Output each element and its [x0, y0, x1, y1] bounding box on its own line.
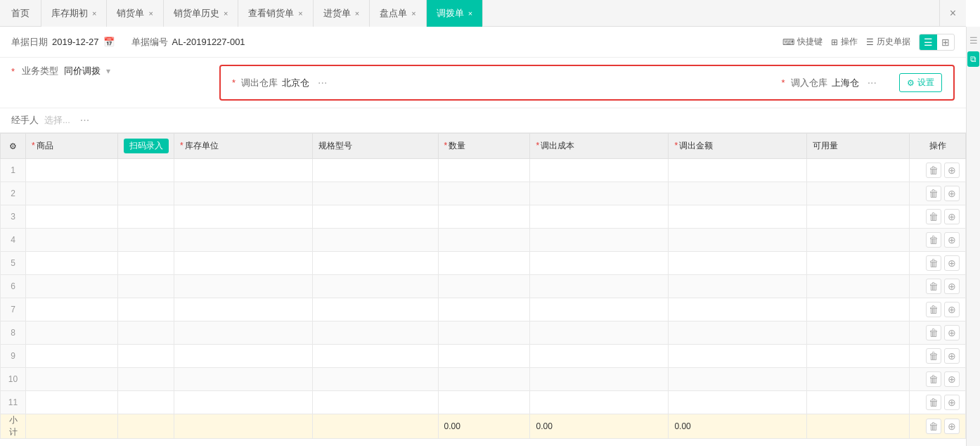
- cell-available[interactable]: [807, 368, 910, 391]
- sidebar-list-icon[interactable]: ☰: [969, 35, 978, 46]
- tab-home[interactable]: 首页: [0, 0, 41, 27]
- copy-row-button[interactable]: ⊕: [944, 325, 960, 340]
- cell-product[interactable]: [26, 229, 118, 252]
- to-warehouse-value[interactable]: 上海仓: [832, 77, 859, 89]
- cell-spec[interactable]: [312, 368, 438, 391]
- cell-available[interactable]: [807, 252, 910, 275]
- from-warehouse-more-icon[interactable]: ···: [318, 77, 327, 89]
- cell-product[interactable]: [26, 321, 118, 345]
- cell-product[interactable]: [26, 182, 118, 205]
- cell-unit[interactable]: [174, 345, 312, 368]
- tab-stocktake[interactable]: 盘点单 ×: [370, 0, 426, 27]
- delete-row-button[interactable]: 🗑: [926, 163, 941, 178]
- business-type-dropdown-icon[interactable]: ▾: [106, 66, 110, 76]
- settings-button[interactable]: ⚙ 设置: [899, 73, 942, 92]
- list-view-button[interactable]: ☰: [920, 34, 937, 50]
- cell-available[interactable]: [807, 321, 910, 345]
- cell-amount[interactable]: [669, 275, 807, 298]
- cell-spec[interactable]: [312, 345, 438, 368]
- cell-amount[interactable]: [669, 298, 807, 321]
- cell-unit[interactable]: [174, 182, 312, 205]
- cell-product[interactable]: [26, 391, 118, 414]
- copy-row-button[interactable]: ⊕: [944, 163, 960, 178]
- cell-spec[interactable]: [312, 159, 438, 182]
- subtotal-copy-button[interactable]: ⊕: [944, 419, 960, 434]
- copy-row-button[interactable]: ⊕: [944, 371, 960, 387]
- cell-product[interactable]: [26, 205, 118, 229]
- history-action[interactable]: ☰ 历史单据: [866, 36, 910, 48]
- cell-product[interactable]: [26, 345, 118, 368]
- shortcut-action[interactable]: ⌨ 快捷键: [782, 36, 823, 48]
- delete-row-button[interactable]: 🗑: [926, 232, 941, 248]
- tab-sales-order-close[interactable]: ×: [148, 9, 153, 18]
- cell-quantity[interactable]: [438, 345, 530, 368]
- tab-transfer-close[interactable]: ×: [468, 9, 472, 18]
- cell-spec[interactable]: [312, 229, 438, 252]
- cell-spec[interactable]: [312, 391, 438, 414]
- cell-available[interactable]: [807, 391, 910, 414]
- delete-row-button[interactable]: 🗑: [926, 325, 941, 340]
- cell-spec[interactable]: [312, 252, 438, 275]
- delete-row-button[interactable]: 🗑: [926, 348, 941, 364]
- copy-row-button[interactable]: ⊕: [944, 209, 960, 224]
- cell-available[interactable]: [807, 159, 910, 182]
- tab-view-sales-close[interactable]: ×: [298, 9, 302, 18]
- cell-quantity[interactable]: [438, 252, 530, 275]
- copy-row-button[interactable]: ⊕: [944, 279, 960, 294]
- cell-amount[interactable]: [669, 229, 807, 252]
- copy-row-button[interactable]: ⊕: [944, 232, 960, 248]
- delete-row-button[interactable]: 🗑: [926, 209, 941, 224]
- cell-available[interactable]: [807, 345, 910, 368]
- tab-transfer[interactable]: 调拨单 ×: [427, 0, 483, 27]
- cell-product[interactable]: [26, 275, 118, 298]
- cell-unit[interactable]: [174, 321, 312, 345]
- delete-row-button[interactable]: 🗑: [926, 371, 941, 387]
- cell-unit[interactable]: [174, 275, 312, 298]
- th-gear[interactable]: ⚙: [1, 134, 26, 159]
- cell-unit[interactable]: [174, 252, 312, 275]
- cell-quantity[interactable]: [438, 229, 530, 252]
- cell-amount[interactable]: [669, 321, 807, 345]
- copy-row-button[interactable]: ⊕: [944, 348, 960, 364]
- cell-unit[interactable]: [174, 298, 312, 321]
- tab-sales-history[interactable]: 销货单历史 ×: [164, 0, 238, 27]
- cell-available[interactable]: [807, 298, 910, 321]
- cell-available[interactable]: [807, 182, 910, 205]
- operator-more-icon[interactable]: ···: [80, 114, 89, 127]
- from-warehouse-value[interactable]: 北京仓: [282, 77, 309, 89]
- cell-unit[interactable]: [174, 205, 312, 229]
- cell-amount[interactable]: [669, 182, 807, 205]
- tab-inventory-init-close[interactable]: ×: [92, 9, 96, 18]
- delete-row-button[interactable]: 🗑: [926, 395, 941, 410]
- cell-product[interactable]: [26, 368, 118, 391]
- cell-available[interactable]: [807, 205, 910, 229]
- copy-row-button[interactable]: ⊕: [944, 255, 960, 271]
- copy-row-button[interactable]: ⊕: [944, 186, 960, 201]
- cell-cost[interactable]: [530, 391, 669, 414]
- cell-cost[interactable]: [530, 205, 669, 229]
- tab-purchase-order-close[interactable]: ×: [355, 9, 359, 18]
- cell-spec[interactable]: [312, 205, 438, 229]
- cell-product[interactable]: [26, 252, 118, 275]
- cell-unit[interactable]: [174, 229, 312, 252]
- tab-stocktake-close[interactable]: ×: [411, 9, 415, 18]
- th-scan[interactable]: 扫码录入: [117, 134, 174, 159]
- tab-sales-history-close[interactable]: ×: [224, 9, 228, 18]
- cell-quantity[interactable]: [438, 321, 530, 345]
- cell-spec[interactable]: [312, 275, 438, 298]
- cell-spec[interactable]: [312, 298, 438, 321]
- operations-action[interactable]: ⊞ 操作: [831, 36, 858, 48]
- cell-cost[interactable]: [530, 182, 669, 205]
- subtotal-delete-button[interactable]: 🗑: [926, 419, 941, 434]
- copy-row-button[interactable]: ⊕: [944, 302, 960, 317]
- tab-purchase-order[interactable]: 进货单 ×: [314, 0, 370, 27]
- cell-unit[interactable]: [174, 159, 312, 182]
- cell-amount[interactable]: [669, 252, 807, 275]
- tab-view-sales[interactable]: 查看销货单 ×: [238, 0, 313, 27]
- cell-unit[interactable]: [174, 391, 312, 414]
- grid-view-button[interactable]: ⊞: [937, 34, 954, 50]
- operator-placeholder[interactable]: 选择...: [44, 114, 70, 127]
- delete-row-button[interactable]: 🗑: [926, 302, 941, 317]
- scan-button[interactable]: 扫码录入: [124, 139, 169, 153]
- cell-cost[interactable]: [530, 368, 669, 391]
